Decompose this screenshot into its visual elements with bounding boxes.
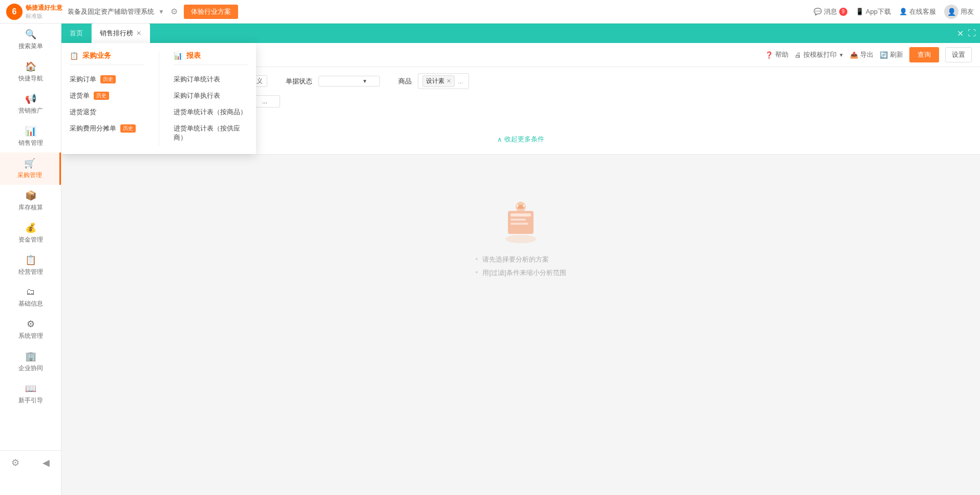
main-layout: 🔍 搜索菜单 🏠 快捷导航 📢 营销推广 📊 销售管理 🛒 采购管理 📦 库存核… — [0, 24, 980, 495]
status-label: 单据状态 — [286, 77, 312, 86]
popup-section-reports-title: 📊 报表 — [174, 51, 248, 65]
goods-filter[interactable]: 设计素 ✕ ... — [418, 73, 469, 89]
system-title: 装备及固定资产辅助管理系统 — [68, 7, 154, 16]
menu-item-incoming-stats-supplier[interactable]: 进货单统计表（按供应商） — [174, 120, 248, 146]
menu-item-purchase-order[interactable]: 采购订单 历史 — [70, 71, 144, 88]
header-right: 💬 消息 9 📱 App下载 👤 在线客服 👤 用友 — [814, 5, 974, 19]
goods-more-btn[interactable]: ... — [458, 78, 463, 85]
user-action[interactable]: 👤 用友 — [944, 5, 974, 19]
sidebar-item-inventory[interactable]: 📦 库存核算 — [0, 185, 61, 217]
tab-close-btn[interactable]: ✕ — [957, 29, 964, 38]
popup-section-reports: 📊 报表 采购订单统计表 采购订单执行表 进货单统计表（按商品） 进货单统计表（… — [174, 51, 248, 146]
goods-tag: 设计素 ✕ — [422, 75, 455, 87]
salesperson-more[interactable]: ... — [262, 98, 267, 105]
sidebar-item-sales[interactable]: 📊 销售管理 — [0, 120, 61, 153]
sidebar-label-enterprise: 企业协同 — [18, 364, 43, 373]
popup-section-purchase: 📋 采购业务 采购订单 历史 进货单 历史 进货退货 采购费用分摊单 历史 — [70, 51, 144, 146]
content-area: 首页 销售排行榜 ✕ ✕ ⛶ ❓ 帮助 🖨 按模板打印 ▼ 📤 — [61, 24, 980, 495]
sidebar-label-quick-nav: 快捷导航 — [18, 74, 43, 83]
refresh-icon: 🔄 — [880, 51, 888, 59]
sidebar-label-search: 搜索菜单 — [18, 42, 43, 51]
sidebar-item-quick-nav[interactable]: 🏠 快捷导航 — [0, 56, 61, 88]
po-stats-label: 采购订单统计表 — [174, 75, 220, 84]
collapse-sidebar-icon[interactable]: ◀ — [40, 455, 52, 470]
svg-point-0 — [505, 235, 536, 243]
sidebar-item-enterprise[interactable]: 🏢 企业协同 — [0, 346, 61, 378]
sidebar-item-base-info[interactable]: 🗂 基础信息 — [0, 282, 61, 313]
po-exec-label: 采购订单执行表 — [174, 91, 220, 100]
sidebar-label-sales: 销售管理 — [18, 139, 43, 147]
fund-icon: 💰 — [25, 222, 36, 233]
sidebar-bottom: ⚙ ◀ — [0, 450, 61, 475]
goods-label: 商品 — [398, 77, 412, 86]
tab-sales-rank-label: 销售排行榜 — [100, 29, 133, 38]
gear-icon[interactable]: ⚙ — [168, 5, 180, 18]
status-select[interactable]: ▼ — [318, 76, 380, 87]
sidebar-label-inventory: 库存核算 — [18, 203, 43, 212]
logo-line2: 标准版 — [26, 12, 62, 20]
logo-line1: 畅捷通好生意 — [26, 4, 62, 12]
purchase-expense-label: 采购费用分摊单 — [70, 124, 116, 133]
app-download-action[interactable]: 📱 App下载 — [856, 7, 891, 16]
sidebar-item-search[interactable]: 🔍 搜索菜单 — [0, 24, 61, 56]
print-dropdown-icon[interactable]: ▼ — [839, 52, 844, 58]
sidebar-label-base-info: 基础信息 — [18, 299, 43, 308]
service-icon: 👤 — [899, 8, 907, 15]
menu-item-incoming-stats-goods[interactable]: 进货单统计表（按商品） — [174, 104, 248, 120]
tab-expand-btn[interactable]: ⛶ — [968, 29, 976, 38]
logo-icon: 6 — [6, 4, 23, 20]
incoming-stats-supplier-label: 进货单统计表（按供应商） — [174, 124, 248, 142]
help-label: 帮助 — [775, 50, 789, 59]
message-action[interactable]: 💬 消息 9 — [814, 7, 847, 16]
online-service-action[interactable]: 👤 在线客服 — [899, 7, 936, 16]
empty-hints: 请先选择要分析的方案 用[过滤]条件来缩小分析范围 — [475, 255, 566, 282]
refresh-button[interactable]: 🔄 刷新 — [880, 50, 903, 59]
user-label: 用友 — [961, 7, 974, 16]
print-button[interactable]: 🖨 按模板打印 ▼ — [795, 50, 844, 59]
purchase-section-label: 采购业务 — [82, 51, 111, 60]
base-info-icon: 🗂 — [26, 287, 35, 297]
sidebar-label-system: 系统管理 — [18, 332, 43, 340]
status-dropdown-icon: ▼ — [363, 78, 368, 84]
sidebar-item-system[interactable]: ⚙ 系统管理 — [0, 313, 61, 346]
goods-tag-close[interactable]: ✕ — [446, 78, 451, 84]
logo-text: 畅捷通好生意 标准版 — [26, 4, 62, 20]
menu-item-incoming-return[interactable]: 进货退货 — [70, 104, 144, 120]
top-header: 6 畅捷通好生意 标准版 装备及固定资产辅助管理系统 ▼ ⚙ 体验行业方案 💬 … — [0, 0, 980, 24]
export-button[interactable]: 📤 导出 — [850, 50, 874, 59]
sidebar-item-operations[interactable]: 📋 经营管理 — [0, 249, 61, 282]
tab-home[interactable]: 首页 — [61, 24, 92, 43]
sidebar-item-guide[interactable]: 📖 新手引导 — [0, 378, 61, 410]
svg-rect-2 — [510, 213, 531, 217]
popup-divider — [159, 51, 159, 146]
purchase-icon: 🛒 — [24, 158, 35, 169]
guide-icon: 📖 — [25, 383, 36, 394]
sidebar-label-marketing: 营销推广 — [18, 106, 43, 115]
menu-item-po-stats[interactable]: 采购订单统计表 — [174, 71, 248, 88]
sidebar-item-purchase[interactable]: 🛒 采购管理 — [0, 153, 61, 185]
message-icon: 💬 — [814, 8, 822, 15]
settings-button[interactable]: 设置 — [945, 47, 972, 62]
refresh-label: 刷新 — [890, 50, 903, 59]
help-icon: ❓ — [765, 51, 773, 59]
sidebar-item-marketing[interactable]: 📢 营销推广 — [0, 88, 61, 120]
avatar: 👤 — [944, 5, 958, 19]
menu-item-purchase-expense[interactable]: 采购费用分摊单 历史 — [70, 120, 144, 137]
tab-sales-rank[interactable]: 销售排行榜 ✕ — [92, 24, 150, 43]
industry-button[interactable]: 体验行业方案 — [184, 5, 238, 19]
incoming-stats-goods-label: 进货单统计表（按商品） — [174, 107, 247, 117]
sales-icon: 📊 — [25, 125, 36, 137]
query-button[interactable]: 查询 — [909, 47, 939, 62]
svg-point-7 — [517, 205, 519, 207]
menu-item-incoming[interactable]: 进货单 历史 — [70, 88, 144, 104]
tab-close-icon[interactable]: ✕ — [136, 30, 141, 37]
help-button[interactable]: ❓ 帮助 — [765, 50, 789, 59]
empty-hint-2: 用[过滤]条件来缩小分析范围 — [475, 268, 566, 277]
dropdown-arrow-icon[interactable]: ▼ — [158, 8, 164, 15]
message-badge: 9 — [839, 8, 847, 16]
online-service-label: 在线客服 — [909, 7, 936, 16]
menu-item-po-exec[interactable]: 采购订单执行表 — [174, 88, 248, 104]
sidebar-item-fund[interactable]: 💰 资金管理 — [0, 217, 61, 249]
svg-point-8 — [523, 205, 525, 207]
settings-bottom-icon[interactable]: ⚙ — [9, 455, 22, 470]
